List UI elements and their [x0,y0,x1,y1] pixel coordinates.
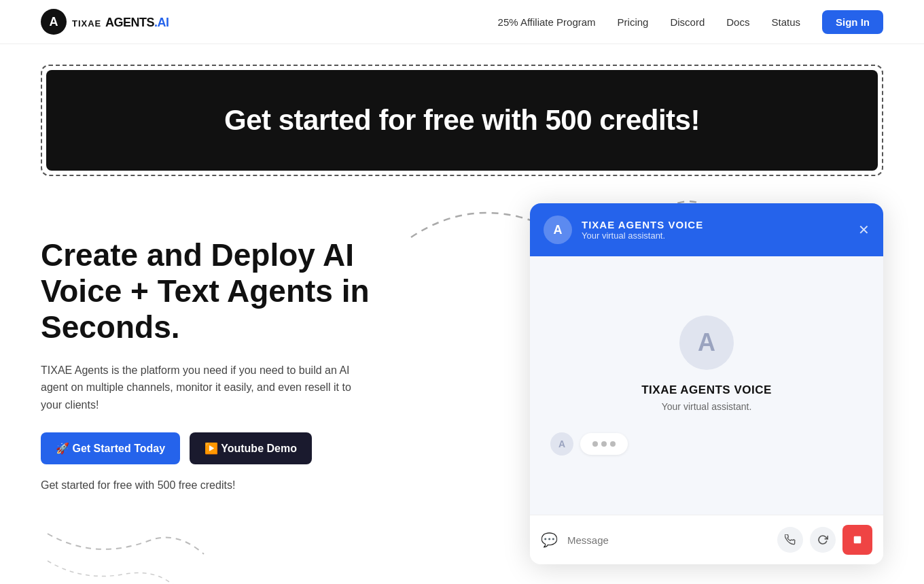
hero-heading: Create and Deploy AI Voice + Text Agents… [41,237,489,345]
chat-header-subtitle: Your virtual assistant. [582,230,703,241]
agent-description: Your virtual assistant. [662,401,752,412]
stop-icon [853,535,862,545]
dot-1 [592,441,598,447]
stop-button[interactable] [842,525,872,555]
nav-links: 25% Affiliate Program Pricing Discord Do… [498,10,883,34]
nav-status[interactable]: Status [771,16,800,28]
phone-button[interactable] [777,527,803,553]
logo-text: TIXAE AGENTS.AI [72,13,168,31]
free-credits-text: Get started for free with 500 free credi… [41,477,353,494]
youtube-demo-button[interactable]: ▶️ Youtube Demo [190,432,312,464]
typing-bubble-row: A [544,432,870,456]
phone-icon [785,534,796,545]
chat-header-avatar: A [544,216,572,244]
typing-avatar: A [550,432,573,456]
logo-area[interactable]: A TIXAE AGENTS.AI [41,9,168,35]
chat-widget: A TIXAE AGENTS VOICE Your virtual assist… [530,203,883,564]
nav-discord[interactable]: Discord [670,16,705,28]
navbar: A TIXAE AGENTS.AI 25% Affiliate Program … [0,0,924,44]
decorative-dashes-bottom [41,520,217,584]
hero-banner: Get started for free with 500 credits! [46,70,878,171]
chat-header-title: TIXAE AGENTS VOICE [582,219,703,230]
dot-3 [610,441,616,447]
chat-header-info: TIXAE AGENTS VOICE Your virtual assistan… [582,219,703,241]
main-content: Create and Deploy AI Voice + Text Agents… [41,183,883,584]
refresh-icon [817,534,828,545]
chat-header: A TIXAE AGENTS VOICE Your virtual assist… [530,203,883,256]
svg-rect-0 [854,536,861,544]
nav-pricing[interactable]: Pricing [618,16,649,28]
left-column: Create and Deploy AI Voice + Text Agents… [41,183,530,584]
hero-description: TIXAE Agents is the platform you need if… [41,362,353,414]
message-icon: 💬 [541,532,558,548]
right-column: A TIXAE AGENTS VOICE Your virtual assist… [530,183,883,584]
agent-avatar-large: A [679,315,734,370]
nav-affiliate[interactable]: 25% Affiliate Program [498,16,596,28]
get-started-button[interactable]: 🚀 Get Started Today [41,432,180,464]
typing-dots-bubble [580,433,628,455]
hero-banner-wrapper: Get started for free with 500 credits! [41,65,883,176]
chat-message-input[interactable] [567,534,770,546]
nav-docs[interactable]: Docs [726,16,749,28]
chat-footer: 💬 [530,515,883,564]
agent-name: TIXAE AGENTS VOICE [641,383,772,397]
logo-icon: A [41,9,67,35]
cta-button-group: 🚀 Get Started Today ▶️ Youtube Demo [41,432,489,464]
chat-body: A TIXAE AGENTS VOICE Your virtual assist… [530,256,883,515]
dot-2 [601,441,607,447]
refresh-button[interactable] [810,527,836,553]
signin-button[interactable]: Sign In [822,10,883,34]
chat-close-button[interactable]: ✕ [858,222,870,238]
hero-banner-text: Get started for free with 500 credits! [73,104,851,137]
